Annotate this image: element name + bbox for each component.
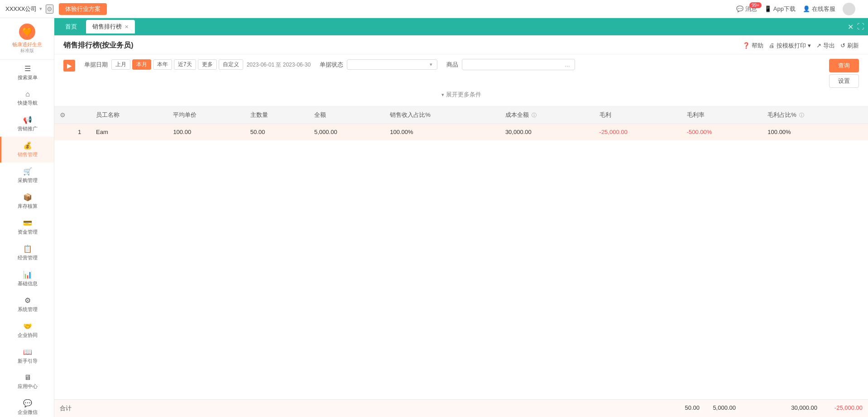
column-settings-icon[interactable]: ⚙: [60, 111, 66, 119]
tab-maximize-icon[interactable]: ⛶: [857, 23, 864, 31]
date-btn-custom[interactable]: 自定义: [219, 59, 243, 70]
sidebar-item-finance[interactable]: 💳 资金管理: [0, 214, 54, 240]
settings-icon[interactable]: ⚙: [46, 5, 53, 14]
td-sales-pct: 100.00%: [384, 124, 500, 140]
sidebar-item-label: 销售管理: [18, 151, 38, 158]
sidebar: 🧡 畅康通好生意 标准版 ☰ 搜索菜单 ⌂ 快捷导航 📢 营销推广 💰 销售管理…: [0, 18, 54, 417]
export-button[interactable]: ↗ 导出: [816, 42, 835, 50]
status-select[interactable]: ▾: [347, 59, 437, 70]
goods-input[interactable]: …: [462, 59, 575, 70]
cost-info-icon[interactable]: ⓘ: [532, 112, 537, 118]
sales-rank-table: ⚙ 员工名称 平均单价 主数量 全额 销售收入占比% 成本全额 ⓘ: [54, 106, 868, 140]
apps-icon: 🖥: [24, 374, 31, 382]
wechat-icon: 💬: [23, 399, 32, 407]
status-filter-label: 单据状态: [320, 61, 343, 69]
sidebar-item-guide[interactable]: 📖 新手引导: [0, 343, 54, 369]
tab-sales-rank[interactable]: 销售排行榜 ✕: [86, 20, 135, 34]
date-btn-this-month[interactable]: 本月: [132, 59, 151, 70]
expand-more-button[interactable]: ▾ 展开更多条件: [63, 88, 859, 101]
sidebar-item-collab[interactable]: 🤝 企业协同: [0, 317, 54, 343]
app-icon: 📱: [764, 5, 772, 12]
tab-close-window-icon[interactable]: ✕: [848, 23, 854, 31]
top-bar: XXXXX公司 ▾ ⚙ 体验行业方案 💬 消息 99+ 📱 App下载 👤 在线…: [0, 0, 868, 18]
sidebar-item-label: 经营管理: [18, 254, 38, 261]
sidebar-item-label: 搜索菜单: [18, 74, 38, 81]
th-sales-pct: 销售收入占比%: [384, 106, 500, 124]
purchase-icon: 🛒: [23, 167, 32, 176]
print-button[interactable]: 🖨 按模板打印 ▾: [769, 42, 811, 50]
td-empty: [54, 124, 72, 140]
online-service-button[interactable]: 👤 在线客服: [803, 5, 835, 13]
sidebar-item-apps[interactable]: 🖥 应用中心: [0, 369, 54, 394]
message-badge: 99+: [749, 2, 762, 8]
th-profit-rate: 毛利率: [681, 106, 762, 124]
guide-icon: 📖: [23, 348, 32, 356]
company-selector[interactable]: XXXXX公司 ▾: [5, 5, 42, 13]
avatar[interactable]: [843, 3, 855, 15]
filter-main-row: ▶ 单据日期 上月 本月 本年 近7天 更多 自定义: [63, 59, 859, 88]
sidebar-item-operations[interactable]: 📋 经营管理: [0, 240, 54, 266]
help-button[interactable]: ❓ 帮助: [743, 42, 763, 50]
footer-profit: -25,000.00: [817, 404, 863, 412]
sidebar-item-label: 营销推广: [18, 125, 38, 132]
message-icon: 💬: [736, 5, 743, 12]
tab-label: 销售排行榜: [92, 23, 122, 31]
sidebar-item-label: 系统管理: [18, 306, 38, 313]
filter-area: ▶ 单据日期 上月 本月 本年 近7天 更多 自定义: [54, 54, 868, 106]
th-avg-price: 平均单价: [168, 106, 245, 124]
date-quick-buttons: 上月 本月 本年 近7天 更多 自定义: [111, 59, 243, 70]
footer-quantity: 50.00: [663, 404, 700, 412]
sidebar-item-search[interactable]: ☰ 搜索菜单: [0, 60, 54, 86]
date-filter-label: 单据日期: [84, 61, 108, 69]
date-btn-last-month[interactable]: 上月: [111, 59, 130, 70]
print-label: 按模板打印: [777, 42, 806, 50]
table-header-row: ⚙ 员工名称 平均单价 主数量 全额 销售收入占比% 成本全额 ⓘ: [54, 106, 868, 124]
app-label: App下载: [773, 5, 796, 13]
sidebar-logo: 🧡 畅康通好生意 标准版: [0, 18, 54, 60]
date-btn-more[interactable]: 更多: [198, 59, 217, 70]
trial-button[interactable]: 体验行业方案: [59, 3, 107, 15]
filter-forward-btn[interactable]: ▶: [63, 60, 75, 72]
date-btn-this-year[interactable]: 本年: [153, 59, 172, 70]
finance-icon: 💳: [23, 219, 32, 227]
date-btn-7days[interactable]: 近7天: [174, 59, 196, 70]
status-filter-group: 单据状态 ▾: [320, 59, 437, 70]
sidebar-item-inventory[interactable]: 📦 库存核算: [0, 188, 54, 214]
date-filter-group: 单据日期 上月 本月 本年 近7天 更多 自定义 2023-06-01 至 20…: [84, 59, 311, 70]
sidebar-item-nav[interactable]: ⌂ 快捷导航: [0, 86, 54, 111]
sidebar-item-wechat[interactable]: 💬 企业微信: [0, 394, 54, 417]
sidebar-item-label: 新手引导: [18, 358, 38, 364]
expand-more-label: 展开更多条件: [446, 91, 481, 99]
sidebar-item-system[interactable]: ⚙ 系统管理: [0, 292, 54, 317]
sidebar-item-label: 基础信息: [18, 280, 38, 287]
filter-settings-button[interactable]: 设置: [829, 74, 859, 88]
sidebar-item-label: 应用中心: [18, 383, 38, 390]
sidebar-item-purchase[interactable]: 🛒 采购管理: [0, 163, 54, 188]
td-amount: 5,000.00: [309, 124, 384, 140]
service-icon: 👤: [803, 5, 810, 12]
page-content: 销售排行榜(按业务员) ❓ 帮助 🖨 按模板打印 ▾ ↗ 导出: [54, 35, 868, 417]
goods-more-icon: …: [564, 61, 570, 68]
footer-empty1: [132, 404, 663, 412]
page-header: 销售排行榜(按业务员) ❓ 帮助 🖨 按模板打印 ▾ ↗ 导出: [54, 35, 868, 54]
tab-home[interactable]: 首页: [58, 18, 84, 35]
help-icon: ❓: [743, 42, 750, 49]
sidebar-item-sales[interactable]: 💰 销售管理: [0, 137, 54, 163]
query-button[interactable]: 查询: [829, 59, 859, 72]
th-rank: [72, 106, 91, 124]
goods-filter-label: 商品: [446, 61, 458, 69]
status-dropdown-icon: ▾: [430, 62, 432, 67]
filter-right-buttons: 查询 设置: [829, 59, 859, 88]
sidebar-item-marketing[interactable]: 📢 营销推广: [0, 111, 54, 137]
logo-text: 畅康通好生意: [12, 41, 42, 48]
system-icon: ⚙: [24, 296, 31, 305]
refresh-button[interactable]: ↺ 刷新: [840, 42, 859, 50]
profit-pct-info-icon[interactable]: ⓘ: [799, 112, 804, 118]
message-button[interactable]: 💬 消息 99+: [736, 5, 757, 13]
basic-icon: 📊: [23, 270, 32, 279]
tab-bar-right: ✕ ⛶: [848, 23, 864, 31]
app-download-button[interactable]: 📱 App下载: [764, 5, 796, 13]
tab-close-icon[interactable]: ✕: [125, 24, 129, 30]
print-icon: 🖨: [769, 42, 775, 49]
sidebar-item-basic[interactable]: 📊 基础信息: [0, 266, 54, 292]
